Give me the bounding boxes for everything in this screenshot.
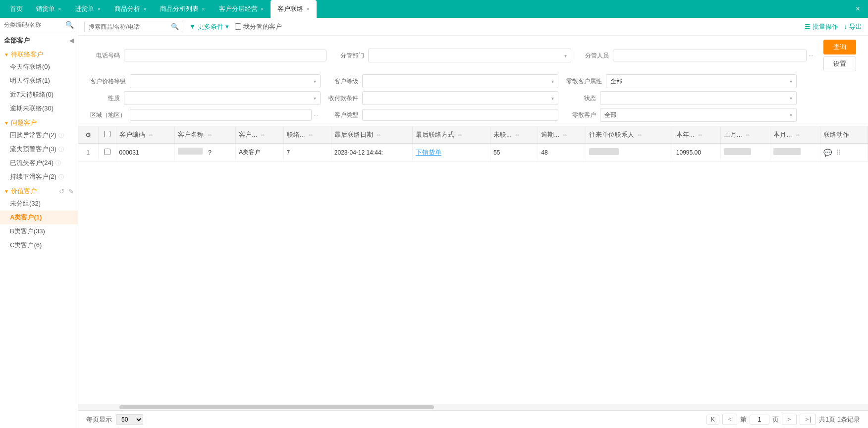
sidebar-item-ungrouped[interactable]: 未分组(32) (0, 197, 78, 211)
nav-tab-product-analysis-list[interactable]: 商品分析列表 × (153, 0, 212, 18)
sidebar-search-input[interactable] (4, 21, 65, 28)
blurred-contact-person (589, 148, 619, 155)
cell-this-year: 10995.00 (673, 144, 720, 161)
main-layout: 🔍 全部客户 ◀ ▼ 待联络客户 今天待联络(0) 明天待联络(1) 近7天待联… (0, 18, 868, 428)
value-refresh-icon[interactable]: ↺ (59, 188, 64, 195)
col-resizer-icon[interactable]: ⇔ (377, 132, 380, 138)
chevron-down-icon: ▾ (551, 79, 554, 84)
filter-input-person[interactable] (613, 50, 807, 61)
row-checkbox[interactable] (104, 149, 110, 155)
cell-actions[interactable]: 💬 ⠿ (820, 144, 868, 161)
batch-operation-button[interactable]: ☰ 批量操作 (805, 22, 838, 31)
th-check[interactable] (98, 126, 116, 144)
settings-icon[interactable]: ⚙ (85, 131, 91, 139)
nav-tab-customer-tier[interactable]: 客户分层经营 × (212, 0, 271, 18)
filter-select-nature[interactable]: ▾ (124, 91, 321, 105)
close-icon[interactable]: × (202, 6, 205, 12)
sidebar-item-tomorrow[interactable]: 明天待联络(1) (0, 74, 78, 88)
filter-more-icon[interactable]: ··· (312, 111, 321, 118)
cell-last-type[interactable]: 下销货单 (412, 144, 490, 161)
close-icon[interactable]: × (58, 6, 61, 12)
sidebar-item-overdue[interactable]: 逾期未联络(30) (0, 102, 78, 115)
filter-select-customer-level[interactable]: ▾ (362, 74, 559, 88)
more-filter-button[interactable]: ▼ 更多条件 ▾ (189, 22, 229, 31)
filter-row-3: 性质 ▾ 收付款条件 ▾ 状态 (86, 91, 860, 105)
sidebar-item-class-a[interactable]: A类客户(1) (0, 211, 78, 224)
filter-select-payment[interactable]: ▾ (362, 91, 559, 105)
col-resizer-icon[interactable]: ⇔ (515, 132, 519, 138)
nav-tab-product-analysis-label: 商品分析 (114, 4, 140, 13)
col-resizer-icon[interactable]: ⇔ (746, 132, 750, 138)
search-input[interactable] (89, 23, 171, 30)
setting-button[interactable]: 设置 (823, 56, 856, 71)
nav-tab-home[interactable]: 首页 (4, 0, 29, 18)
th-contact-person-label: 往来单位联系人 (589, 131, 634, 138)
col-resizer-icon[interactable]: ⇔ (309, 132, 313, 138)
close-icon[interactable]: × (97, 6, 100, 12)
scroll-thumb[interactable] (119, 405, 434, 409)
sidebar-section-pending-label: 待联络客户 (11, 50, 43, 59)
select-all-checkbox[interactable] (104, 131, 110, 137)
filter-input-phone[interactable] (124, 50, 326, 61)
sidebar-search-icon[interactable]: 🔍 (65, 21, 74, 29)
th-this-year: 本年... ⇔ (673, 126, 720, 144)
col-resizer-icon[interactable]: ⇔ (698, 132, 702, 138)
page-size-select[interactable]: 10 20 50 100 (116, 414, 143, 425)
sidebar-item-class-c[interactable]: C类客户(6) (0, 238, 78, 252)
table-footer: 每页显示 10 20 50 100 K ＜ 第 页 ＞ ＞| 共1页 1条记录 (78, 410, 868, 428)
filter-select-retail-customer[interactable]: 全部 ▾ (600, 108, 797, 122)
th-settings[interactable]: ⚙ (78, 126, 98, 144)
nav-tab-customer-contact[interactable]: 客户联络 × (271, 0, 316, 18)
more-filter-label: 更多条件 (198, 22, 223, 31)
my-customer-checkbox-label[interactable]: 我分管的客户 (235, 22, 282, 31)
sidebar-item-declining[interactable]: 持续下滑客户(2) ⓘ (0, 170, 78, 184)
link-last-type[interactable]: 下销货单 (416, 149, 441, 156)
first-page-button[interactable]: K (706, 415, 719, 425)
next-page-button[interactable]: ＞ (782, 414, 797, 425)
col-resizer-icon[interactable]: ⇔ (208, 132, 212, 138)
close-icon[interactable]: × (143, 6, 146, 12)
sidebar-search-wrap: 🔍 (0, 18, 78, 32)
filter-label-price-level: 客户价格等级 (90, 77, 126, 86)
col-resizer-icon[interactable]: ⇔ (638, 132, 642, 138)
search-icon[interactable]: 🔍 (171, 23, 179, 30)
sidebar-item-repurchase-abnormal[interactable]: 回购异常客户(2) ⓘ (0, 128, 78, 142)
sidebar-item-7days[interactable]: 近7天待联络(0) (0, 88, 78, 102)
collapse-icon[interactable]: ◀ (69, 37, 74, 44)
col-resizer-icon[interactable]: ⇔ (796, 132, 800, 138)
filter-more-icon[interactable]: ··· (807, 52, 815, 59)
close-window-button[interactable]: × (852, 4, 864, 13)
close-icon[interactable]: × (261, 6, 264, 12)
horizontal-scrollbar[interactable] (78, 404, 868, 410)
value-edit-icon[interactable]: ✎ (68, 188, 74, 195)
query-button[interactable]: 查询 (823, 40, 856, 54)
nav-tab-purchase[interactable]: 进货单 × (68, 0, 107, 18)
export-button[interactable]: ↓ 导出 (844, 22, 863, 31)
col-resizer-icon[interactable]: ⇔ (458, 132, 462, 138)
nav-tab-sales[interactable]: 销货单 × (29, 0, 68, 18)
col-resizer-icon[interactable]: ⇔ (563, 132, 567, 138)
sidebar-item-churned[interactable]: 已流失客户(24) ⓘ (0, 156, 78, 170)
cell-check[interactable] (98, 144, 116, 161)
filter-select-status[interactable]: ▾ (600, 91, 797, 105)
filter-icon: ▼ (189, 23, 196, 30)
nav-tab-product-analysis[interactable]: 商品分析 × (108, 0, 153, 18)
my-customer-checkbox[interactable] (235, 23, 241, 30)
message-icon[interactable]: 💬 (823, 149, 832, 157)
last-page-button[interactable]: ＞| (800, 414, 816, 425)
filter-input-customer-type[interactable] (362, 109, 559, 121)
col-resizer-icon[interactable]: ⇔ (149, 132, 153, 138)
page-number-input[interactable] (750, 415, 769, 425)
sidebar-item-class-b[interactable]: B类客户(33) (0, 224, 78, 238)
sidebar-item-churn-warning[interactable]: 流失预警客户(3) ⓘ (0, 142, 78, 156)
col-resizer-icon[interactable]: ⇔ (261, 132, 265, 138)
qr-icon[interactable]: ⠿ (836, 149, 841, 157)
filter-input-region[interactable] (130, 109, 312, 121)
filter-select-retail-attr[interactable]: 全部 ▾ (606, 74, 797, 88)
sidebar-item-today[interactable]: 今天待联络(0) (0, 60, 78, 74)
sidebar-item-churned-label: 已流失客户(24) (10, 159, 54, 167)
filter-select-dept[interactable]: ▾ (368, 49, 571, 62)
filter-select-price-level[interactable]: ▾ (130, 74, 321, 88)
prev-page-button[interactable]: ＜ (722, 414, 737, 425)
close-icon[interactable]: × (306, 6, 309, 12)
